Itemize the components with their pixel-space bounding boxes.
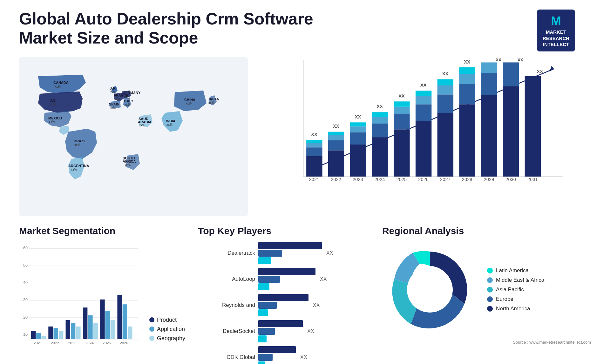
svg-rect-92 <box>71 323 75 339</box>
svg-text:2029: 2029 <box>484 177 494 182</box>
player-bar-wrap: XX <box>258 242 369 264</box>
svg-rect-7 <box>306 143 322 147</box>
player-bar-segment <box>258 320 303 327</box>
latin-america-label: Latin America <box>496 267 529 274</box>
svg-rect-26 <box>372 112 388 117</box>
japan-xx: xx% <box>208 101 214 104</box>
regional-area: Regional Analysis <box>382 226 591 364</box>
svg-rect-20 <box>350 122 366 126</box>
svg-text:2031: 2031 <box>527 177 538 182</box>
player-row: CDK GlobalXX <box>198 346 369 364</box>
source-text: Source : www.marketresearchintellect.com <box>382 340 591 345</box>
logo-letter: M <box>543 13 569 29</box>
mea-label: Middle East & Africa <box>496 277 544 283</box>
player-bar-segment <box>258 361 265 364</box>
canada-xx: xx% <box>55 85 61 88</box>
svg-text:2026: 2026 <box>418 177 429 182</box>
svg-text:2027: 2027 <box>440 177 451 182</box>
saudi-xx: xx% <box>139 124 145 127</box>
bottom-section: Market Segmentation 60 50 40 30 20 10 <box>19 226 591 364</box>
svg-rect-93 <box>76 327 80 339</box>
svg-rect-12 <box>328 140 344 150</box>
europe-dot <box>487 296 493 302</box>
argentina-xx: xx% <box>71 168 77 172</box>
china-xx: xx% <box>186 102 192 105</box>
player-row: DealerSocketXX <box>198 320 369 342</box>
svg-text:XX: XX <box>420 82 427 87</box>
svg-rect-89 <box>54 328 58 339</box>
svg-rect-50 <box>459 67 475 74</box>
player-bar-segment <box>258 268 315 275</box>
asia-pacific-label: Asia Pacific <box>496 286 524 293</box>
svg-text:2021: 2021 <box>34 341 42 345</box>
spain-xx: xx% <box>110 106 116 110</box>
svg-rect-97 <box>100 300 105 339</box>
svg-rect-29 <box>394 129 410 177</box>
players-area: Top Key Players DealertrackXXAutoLoopXXR… <box>198 226 369 364</box>
svg-rect-42 <box>437 94 453 113</box>
svg-rect-53 <box>481 95 497 177</box>
svg-rect-32 <box>394 101 410 107</box>
usa-xx: xx% <box>50 103 56 106</box>
svg-rect-47 <box>459 104 475 176</box>
japan-label: JAPAN <box>208 97 220 101</box>
player-row: DealertrackXX <box>198 242 369 264</box>
italy-label: ITALY <box>124 99 134 103</box>
player-bar-segment <box>258 328 275 335</box>
svg-text:2028: 2028 <box>462 177 472 182</box>
player-row: AutoLoopXX <box>198 268 369 290</box>
svg-rect-25 <box>372 117 388 124</box>
logo-line2: RESEARCH <box>543 36 569 41</box>
svg-rect-96 <box>93 323 98 339</box>
player-bar-segment <box>258 302 277 309</box>
mea-dot <box>487 277 493 283</box>
svg-rect-24 <box>372 124 388 137</box>
player-name: Reynolds and <box>198 302 255 308</box>
svg-rect-98 <box>105 311 110 339</box>
segmentation-area: Market Segmentation 60 50 40 30 20 10 <box>19 226 185 364</box>
brazil-xx: xx% <box>74 143 80 147</box>
svg-rect-37 <box>416 96 431 104</box>
svg-text:XX: XX <box>333 124 339 129</box>
south-africa-label2: AFRICA <box>123 159 136 163</box>
svg-text:2024: 2024 <box>85 341 94 345</box>
svg-text:XX: XX <box>518 57 523 62</box>
svg-text:XX: XX <box>464 59 470 64</box>
page-title: Global Auto Dealership Crm Software Mark… <box>19 10 369 48</box>
mexico-xx: xx% <box>49 120 55 124</box>
svg-rect-31 <box>394 107 410 114</box>
player-bar-segment <box>258 276 280 283</box>
germany-xx: xx% <box>124 95 130 98</box>
svg-text:2026: 2026 <box>120 341 128 345</box>
svg-rect-17 <box>350 145 366 177</box>
svg-rect-44 <box>437 79 453 85</box>
player-xx-label: XX <box>313 302 320 308</box>
svg-rect-5 <box>306 156 322 177</box>
argentina-label: ARGENTINA <box>68 164 89 168</box>
svg-rect-6 <box>306 147 322 156</box>
regional-legend: Latin America Middle East & Africa Asia … <box>487 267 544 312</box>
usa-label: U.S. <box>50 98 56 102</box>
players-list: DealertrackXXAutoLoopXXReynolds andXXDea… <box>198 242 369 364</box>
geography-label: Geography <box>157 335 185 342</box>
world-map-svg: CANADA xx% U.S. xx% MEXICO xx% BRAZIL xx… <box>19 57 248 216</box>
segmentation-svg-area: 60 50 40 30 20 10 <box>19 242 140 351</box>
player-name: CDK Global <box>198 354 255 361</box>
svg-rect-101 <box>123 304 127 339</box>
application-label: Application <box>157 326 185 333</box>
player-bar-segment <box>258 294 308 301</box>
player-name: AutoLoop <box>198 276 255 282</box>
legend-application: Application <box>149 326 185 333</box>
svg-rect-86 <box>36 333 41 339</box>
svg-rect-99 <box>111 320 115 339</box>
asia-pacific-dot <box>487 287 493 293</box>
china-label: CHINA <box>184 98 195 102</box>
player-xx-label: XX <box>300 354 307 360</box>
svg-rect-58 <box>503 86 519 177</box>
svg-rect-59 <box>503 62 519 86</box>
svg-rect-90 <box>59 331 63 339</box>
player-bar-segment <box>258 354 273 361</box>
player-xx-label: XX <box>326 250 333 256</box>
svg-rect-19 <box>350 126 366 132</box>
svg-rect-36 <box>416 104 431 121</box>
